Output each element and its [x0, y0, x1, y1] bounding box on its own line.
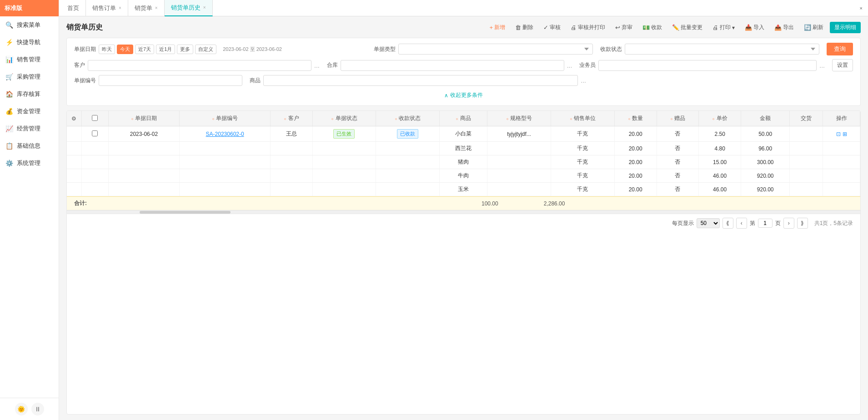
new-button[interactable]: + 新增	[486, 22, 509, 33]
row-goods: 西兰花	[439, 142, 487, 155]
delete-button[interactable]: 🗑 删除	[512, 22, 537, 33]
tab-sales-goods-history[interactable]: 销货单历史 ×	[165, 0, 213, 16]
tab-home[interactable]: 首页	[61, 0, 86, 16]
brand-logo: 标准版	[0, 0, 59, 16]
more-link[interactable]: ⊞	[843, 131, 847, 137]
row-payment-status	[376, 155, 440, 169]
date-btn-more[interactable]: 更多	[177, 45, 193, 54]
filter-collapse[interactable]: ∧ 收起更多条件	[74, 90, 853, 101]
tab-close-sales-order[interactable]: ×	[119, 5, 121, 10]
th-amount: 金额	[741, 111, 790, 126]
th-doc-status[interactable]: ⬦ 单据状态	[312, 111, 376, 126]
doc-number-input[interactable]	[99, 75, 242, 86]
customer-picker-icon[interactable]: ...	[314, 62, 320, 69]
date-btn-today[interactable]: 今天	[117, 45, 133, 54]
edit-link[interactable]: ⊡	[836, 131, 841, 137]
salesperson-input[interactable]	[598, 60, 817, 71]
row-action	[823, 155, 860, 169]
row-amount: 300.00	[741, 155, 790, 169]
goods-picker-icon[interactable]: ...	[581, 77, 586, 84]
date-range: 昨天 今天 近7天 近1月 更多 自定义	[99, 45, 216, 54]
doc-type-select[interactable]	[398, 44, 593, 55]
warehouse-input[interactable]	[341, 60, 564, 71]
th-date[interactable]: ⬦ 单据日期	[109, 111, 180, 126]
import-button[interactable]: 📥 导入	[741, 22, 768, 33]
print-button[interactable]: 🖨 打印 ▾	[709, 22, 738, 33]
next-page-button[interactable]: ›	[783, 218, 794, 229]
sidebar-item-inventory[interactable]: 🏠 库存核算	[0, 85, 59, 103]
page-size-select[interactable]: 20 50 100	[697, 218, 720, 228]
ops-icon: 📈	[5, 125, 13, 132]
scrollbar-thumb[interactable]	[140, 211, 231, 214]
tab-sales-goods[interactable]: 销货单 ×	[128, 0, 165, 16]
sidebar-item-search-menu[interactable]: 🔍 搜索菜单	[0, 16, 59, 34]
th-gift[interactable]: ⬦ 赠品	[657, 111, 698, 126]
th-payment-status[interactable]: ⬦ 收款状态	[376, 111, 440, 126]
row-doc-no: SA-20230602-0	[179, 126, 271, 142]
row-sales-unit: 千克	[551, 183, 614, 196]
settings-button[interactable]: 设置	[832, 59, 853, 71]
customer-input[interactable]	[88, 60, 311, 71]
date-btn-1month[interactable]: 近1月	[156, 45, 175, 54]
row-date: 2023-06-02	[109, 126, 180, 142]
date-btn-custom[interactable]: 自定义	[195, 45, 216, 54]
undo-icon: ↩	[615, 24, 620, 31]
th-settings[interactable]: ⚙	[67, 111, 81, 126]
export-button[interactable]: 📤 导出	[771, 22, 798, 33]
prev-page-button[interactable]: ‹	[736, 218, 747, 229]
th-unit-price[interactable]: ⬦ 单价	[698, 111, 741, 126]
horizontal-scrollbar[interactable]	[67, 210, 860, 214]
audit-print-button[interactable]: 🖨 审核并打印	[567, 22, 609, 33]
toolbar: + 新增 🗑 删除 ✓ 审核 🖨 审核并打印 ↩ 弃审	[486, 22, 861, 33]
date-btn-7days[interactable]: 近7天	[135, 45, 154, 54]
sidebar-item-sales-mgmt[interactable]: 📊 销售管理	[0, 51, 59, 68]
th-spec-type[interactable]: ⬦ 规格型号	[487, 111, 551, 126]
sidebar-item-ops-mgmt[interactable]: 📈 经营管理	[0, 120, 59, 137]
goods-filter: 商品 ...	[250, 75, 586, 86]
tab-sales-order[interactable]: 销售订单 ×	[86, 0, 128, 16]
summary-row: 合计: 100.00 2,286.00	[67, 196, 860, 210]
warehouse-label: 合库	[327, 61, 338, 69]
sidebar-item-finance[interactable]: 💰 资金管理	[0, 103, 59, 120]
th-sales-unit[interactable]: ⬦ 销售单位	[551, 111, 614, 126]
page-input[interactable]	[758, 219, 773, 228]
collapse-button[interactable]: ⏸	[31, 403, 44, 415]
th-doc-no[interactable]: ⬦ 单据编号	[179, 111, 271, 126]
row-doc-no	[179, 169, 271, 183]
row-select-checkbox[interactable]	[92, 130, 98, 136]
filter-row-1: 单据日期 昨天 今天 近7天 近1月 更多 自定义 2023-06-02 至 2…	[74, 43, 853, 55]
query-button[interactable]: 查询	[827, 43, 853, 55]
refresh-button[interactable]: 🔄 刷新	[800, 22, 827, 33]
sidebar-item-purchase-mgmt[interactable]: 🛒 采购管理	[0, 68, 59, 85]
audit-button[interactable]: ✓ 审核	[540, 22, 564, 33]
first-page-button[interactable]: ⟪	[722, 218, 733, 229]
sidebar-item-quick-nav[interactable]: ⚡ 快捷导航	[0, 34, 59, 51]
salesperson-picker-icon[interactable]: ...	[819, 62, 825, 69]
show-detail-button[interactable]: 显示明细	[830, 22, 861, 33]
doc-no-link[interactable]: SA-20230602-0	[206, 131, 244, 137]
date-btn-yesterday[interactable]: 昨天	[99, 45, 115, 54]
payment-status-select[interactable]	[625, 44, 819, 55]
filter-row-2: 客户 ... 合库 ... 业务员 ... 设置	[74, 59, 853, 71]
row-transaction	[789, 183, 823, 196]
row-checkbox	[81, 169, 109, 183]
goods-input[interactable]	[263, 75, 578, 86]
warehouse-picker-icon[interactable]: ...	[567, 62, 572, 69]
th-customer[interactable]: ⬦ 客户	[271, 111, 312, 126]
th-goods[interactable]: ⬦ 商品	[439, 111, 487, 126]
sidebar-item-basic-info[interactable]: 📋 基础信息	[0, 137, 59, 155]
tab-close-history[interactable]: ×	[203, 5, 206, 10]
date-filter: 单据日期 昨天 今天 近7天 近1月 更多 自定义 2023-06-02 至 2…	[74, 45, 366, 54]
row-qty: 20.00	[614, 169, 657, 183]
sidebar-item-sys-mgmt[interactable]: ⚙️ 系统管理	[0, 155, 59, 172]
collect-button[interactable]: 💵 收款	[639, 22, 666, 33]
abandon-button[interactable]: ↩ 弃审	[612, 22, 636, 33]
th-qty[interactable]: ⬦ 数量	[614, 111, 657, 126]
last-page-button[interactable]: ⟫	[797, 218, 808, 229]
batch-change-button[interactable]: ✏️ 批量变更	[668, 22, 706, 33]
row-gear	[67, 169, 81, 183]
tab-close-sales-goods[interactable]: ×	[155, 5, 158, 10]
select-all-checkbox[interactable]	[92, 115, 98, 121]
close-all-tabs[interactable]: ×	[860, 5, 863, 11]
theme-button[interactable]: 🌞	[15, 403, 28, 415]
